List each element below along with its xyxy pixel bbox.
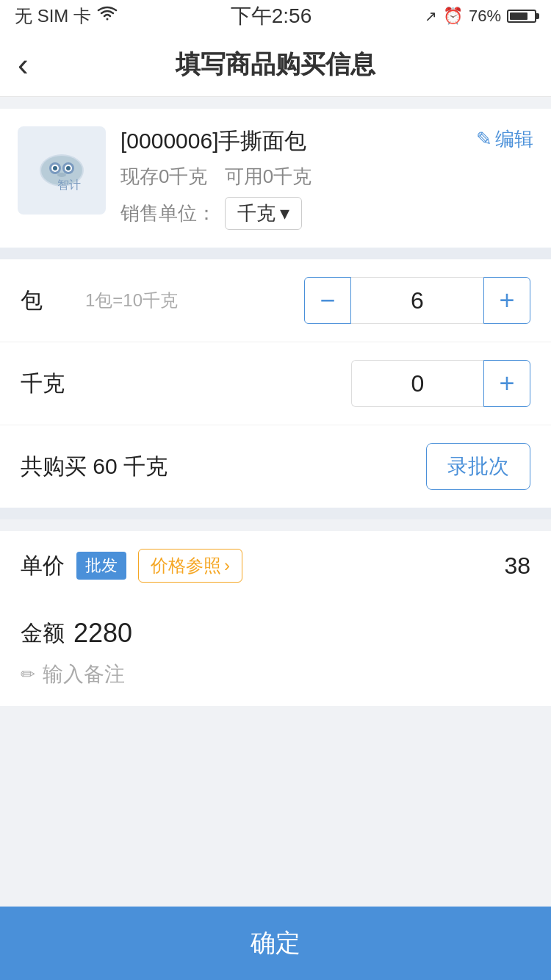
price-reference-button[interactable]: 价格参照 › bbox=[138, 549, 242, 583]
carrier-label: 无 SIM 卡 bbox=[15, 4, 91, 28]
kg-quantity-input[interactable] bbox=[351, 360, 483, 407]
kg-quantity-row: 千克 + bbox=[0, 342, 551, 425]
svg-point-7 bbox=[66, 166, 71, 170]
alarm-icon: ⏰ bbox=[443, 7, 463, 26]
battery-percent: 76% bbox=[469, 7, 501, 26]
svg-point-8 bbox=[57, 173, 66, 177]
edit-icon: ✎ bbox=[476, 128, 492, 151]
bag-minus-button[interactable]: − bbox=[304, 277, 351, 324]
status-right: ↗ ⏰ 76% bbox=[425, 7, 536, 26]
page-title: 填写商品购买信息 bbox=[176, 48, 375, 82]
bag-hint: 1包=10千克 bbox=[85, 289, 304, 312]
remark-placeholder: 输入备注 bbox=[43, 660, 125, 688]
unit-select[interactable]: 千克 ▾ bbox=[225, 197, 302, 230]
total-row: 共购买 60 千克 录批次 bbox=[0, 425, 551, 508]
bag-quantity-controls: − + bbox=[304, 277, 530, 324]
record-batch-button[interactable]: 录批次 bbox=[426, 443, 530, 490]
confirm-button[interactable]: 确定 bbox=[0, 907, 551, 980]
separator-1 bbox=[0, 248, 551, 259]
pencil-icon: ✏ bbox=[21, 664, 35, 685]
product-unit-row: 销售单位： 千克 ▾ bbox=[120, 197, 533, 230]
amount-label: 金额 bbox=[21, 619, 65, 649]
kg-label: 千克 bbox=[21, 369, 79, 399]
product-image: 智计 bbox=[18, 126, 106, 215]
back-button[interactable]: ‹ bbox=[18, 46, 29, 83]
bag-label: 包 bbox=[21, 286, 79, 316]
price-label: 单价 bbox=[21, 551, 65, 581]
chevron-right-icon: › bbox=[224, 555, 230, 576]
battery-icon bbox=[507, 10, 536, 23]
amount-value: 2280 bbox=[73, 618, 132, 649]
status-left: 无 SIM 卡 bbox=[15, 4, 118, 28]
separator-2 bbox=[0, 508, 551, 519]
edit-button[interactable]: ✎ 编辑 bbox=[476, 126, 533, 152]
status-bar: 无 SIM 卡 下午2:56 ↗ ⏰ 76% bbox=[0, 0, 551, 32]
nav-bar: ‹ 填写商品购买信息 bbox=[0, 32, 551, 97]
price-section: 单价 批发 价格参照 › 38 bbox=[0, 531, 551, 600]
kg-quantity-controls: + bbox=[351, 360, 530, 407]
kg-plus-button[interactable]: + bbox=[483, 360, 530, 407]
bag-plus-button[interactable]: + bbox=[483, 277, 530, 324]
wifi-signal-icon bbox=[97, 6, 118, 26]
product-card: 智计 [0000006]手撕面包 现存0千克 可用0千克 销售单位： 千克 ▾ … bbox=[0, 109, 551, 248]
quantity-section: 包 1包=10千克 − + 千克 + bbox=[0, 259, 551, 425]
chevron-down-icon: ▾ bbox=[280, 202, 289, 225]
product-info: [0000006]手撕面包 现存0千克 可用0千克 销售单位： 千克 ▾ bbox=[120, 126, 533, 230]
total-label: 共购买 60 千克 bbox=[21, 452, 168, 482]
product-logo-icon: 智计 bbox=[36, 148, 87, 192]
product-stock: 现存0千克 可用0千克 bbox=[120, 164, 533, 190]
svg-point-6 bbox=[53, 166, 57, 170]
product-name: [0000006]手撕面包 bbox=[120, 126, 533, 156]
status-time: 下午2:56 bbox=[231, 2, 312, 30]
svg-text:智计: 智计 bbox=[57, 179, 81, 191]
price-row: 单价 批发 价格参照 › 38 bbox=[0, 531, 551, 600]
location-icon: ↗ bbox=[425, 7, 437, 25]
price-value: 38 bbox=[504, 552, 530, 580]
bag-quantity-row: 包 1包=10千克 − + bbox=[0, 259, 551, 342]
amount-section: 金额 2280 ✏ 输入备注 bbox=[0, 600, 551, 706]
wholesale-tag: 批发 bbox=[76, 552, 126, 580]
bag-quantity-input[interactable] bbox=[351, 277, 483, 324]
remark-row[interactable]: ✏ 输入备注 bbox=[21, 660, 530, 688]
amount-row: 金额 2280 bbox=[21, 618, 530, 649]
